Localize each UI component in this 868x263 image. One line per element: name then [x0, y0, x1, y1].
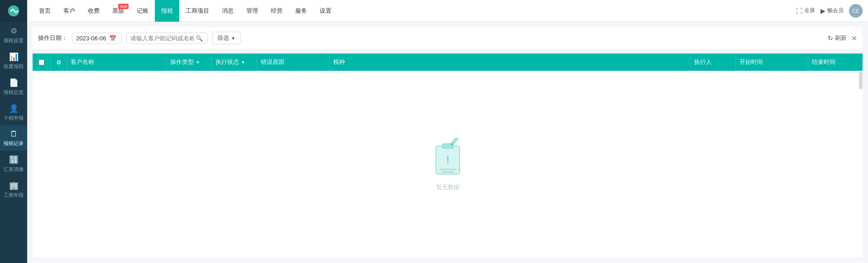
- personal-tax-icon: 👤: [9, 104, 19, 113]
- sidebar-item-baoshuishezhi[interactable]: ⚙ 报税设置: [0, 22, 27, 48]
- nav-items: 首页 客户 收费 票据 new 记账 报税 工商项目 消息: [33, 0, 796, 22]
- th-customer-name: 客户名称: [67, 54, 167, 71]
- nav-manage[interactable]: 管理: [240, 0, 264, 22]
- th-settings: ⚙: [51, 54, 67, 71]
- main-sidebar: ⚙ 报税设置 📊 批量报税 📄 报税总览 👤 个税申报 🗒 报税记录 🔢 汇算清…: [0, 0, 27, 263]
- top-navbar: 首页 客户 收费 票据 new 记账 报税 工商项目 消息: [27, 0, 868, 22]
- content-area: 操作日期： 2023-06-06 📅 🔍 筛选 ▼ ↻ 刷新: [27, 22, 868, 263]
- th-operation-type-label: 操作类型: [170, 58, 194, 66]
- table-header: ⚙ 客户名称 操作类型 ▼ 执行状态 ▼ 错误原因: [33, 54, 863, 71]
- sidebar-item-gongshangnianbao[interactable]: 🏢 工商年报: [0, 176, 27, 202]
- sidebar-item-baoshuijilu[interactable]: 🗒 报税记录: [0, 125, 27, 151]
- member-btn[interactable]: ▶ 畅会员: [820, 7, 844, 15]
- sidebar-item-geshuishenbao[interactable]: 👤 个税申报: [0, 99, 27, 125]
- user-avatar[interactable]: CE: [849, 4, 863, 18]
- topnav-right: ⛶ 全屏 ▶ 畅会员 CE: [796, 4, 863, 18]
- th-tax-type-label: 税种: [333, 58, 345, 66]
- nav-home[interactable]: 首页: [33, 0, 57, 22]
- fullscreen-btn[interactable]: ⛶ 全屏: [796, 7, 815, 15]
- nav-business[interactable]: 工商项目: [179, 0, 216, 22]
- nav-settings-label: 设置: [320, 7, 331, 15]
- sidebar-label-piliangbaoshui: 批量报税: [4, 63, 24, 70]
- nav-service[interactable]: 服务: [289, 0, 313, 22]
- sidebar-item-baoshuizonglan[interactable]: 📄 报税总览: [0, 73, 27, 99]
- avatar-initials: CE: [849, 4, 863, 18]
- empty-state: ! 暂无数据: [430, 138, 466, 191]
- main-wrapper: 首页 客户 收费 票据 new 记账 报税 工商项目 消息: [27, 0, 868, 263]
- empty-text: 暂无数据: [436, 183, 460, 191]
- svg-rect-7: [451, 138, 458, 145]
- invoice-badge: new: [118, 4, 129, 10]
- record-icon: 🗒: [10, 130, 18, 139]
- nav-bookkeeping-label: 记账: [137, 7, 149, 15]
- close-button[interactable]: ✕: [851, 34, 857, 43]
- nav-customer-label: 客户: [63, 7, 75, 15]
- chevron-down-icon: ▼: [231, 36, 235, 41]
- th-customer-name-label: 客户名称: [71, 58, 94, 66]
- refresh-icon: ↻: [828, 34, 833, 42]
- overview-icon: 📄: [9, 78, 19, 88]
- fullscreen-icon: ⛶: [796, 7, 802, 15]
- refresh-button[interactable]: ↻ 刷新: [828, 34, 847, 42]
- nav-message-label: 消息: [222, 7, 234, 15]
- nav-customer[interactable]: 客户: [57, 0, 82, 22]
- empty-illustration: !: [430, 138, 466, 179]
- sidebar-label-baoshuishezhi: 报税设置: [4, 37, 24, 44]
- toolbar: 操作日期： 2023-06-06 📅 🔍 筛选 ▼ ↻ 刷新: [33, 27, 863, 49]
- calendar-icon: 📅: [109, 35, 116, 42]
- th-end-time-label: 结束时间: [812, 58, 835, 66]
- member-icon: ▶: [820, 7, 825, 15]
- filter-label: 筛选: [217, 34, 229, 42]
- search-box[interactable]: 🔍: [126, 33, 208, 44]
- annual-report-icon: 🏢: [9, 181, 19, 190]
- date-value: 2023-06-06: [76, 35, 106, 42]
- nav-operation-label: 经营: [271, 7, 283, 15]
- operation-type-filter-icon[interactable]: ▼: [196, 60, 200, 65]
- member-label: 畅会员: [827, 7, 844, 15]
- nav-tax-label: 报税: [161, 7, 173, 15]
- th-checkbox: [33, 54, 51, 71]
- fullscreen-label: 全屏: [804, 7, 815, 15]
- select-all-checkbox[interactable]: [38, 59, 44, 65]
- sidebar-item-huisuanqingjiao[interactable]: 🔢 汇算清缴: [0, 151, 27, 176]
- nav-business-label: 工商项目: [186, 7, 209, 15]
- nav-fee[interactable]: 收费: [82, 0, 106, 22]
- th-execution-status: 执行状态 ▼: [212, 54, 257, 71]
- date-picker[interactable]: 2023-06-06 📅: [72, 33, 122, 44]
- nav-service-label: 服务: [295, 7, 307, 15]
- table-body: ! 暂无数据: [33, 71, 863, 258]
- svg-point-1: [10, 10, 12, 12]
- batch-icon: 📊: [9, 52, 19, 62]
- search-input[interactable]: [130, 35, 194, 42]
- th-execution-status-label: 执行状态: [216, 58, 239, 66]
- th-operation-type: 操作类型 ▼: [167, 54, 212, 71]
- nav-fee-label: 收费: [88, 7, 100, 15]
- annual-settle-icon: 🔢: [9, 155, 19, 165]
- nav-home-label: 首页: [39, 7, 51, 15]
- execution-status-filter-icon[interactable]: ▼: [241, 60, 245, 65]
- sidebar-item-piliangbaoshui[interactable]: 📊 批量报税: [0, 48, 27, 73]
- nav-manage-label: 管理: [246, 7, 258, 15]
- th-executor: 执行人: [691, 54, 736, 71]
- nav-tax[interactable]: 报税: [155, 0, 179, 22]
- table-container: ⚙ 客户名称 操作类型 ▼ 执行状态 ▼ 错误原因: [33, 54, 863, 258]
- svg-rect-5: [440, 169, 456, 170]
- th-end-time: 结束时间: [808, 54, 863, 71]
- nav-bookkeeping[interactable]: 记账: [130, 0, 155, 22]
- nav-settings[interactable]: 设置: [313, 0, 338, 22]
- nav-message[interactable]: 消息: [216, 0, 240, 22]
- app-logo: [0, 0, 27, 22]
- scrollbar[interactable]: [859, 71, 863, 89]
- date-label: 操作日期：: [38, 34, 67, 42]
- column-settings-icon[interactable]: ⚙: [56, 59, 62, 66]
- th-error-reason: 错误原因: [257, 54, 330, 71]
- sidebar-label-geshuishenbao: 个税申报: [4, 115, 24, 122]
- svg-text:!: !: [446, 154, 449, 166]
- nav-operation[interactable]: 经营: [264, 0, 289, 22]
- sidebar-label-baoshuizonglan: 报税总览: [4, 89, 24, 96]
- nav-invoice[interactable]: 票据 new: [106, 0, 130, 22]
- th-start-time-label: 开始时间: [739, 58, 763, 66]
- filter-button[interactable]: 筛选 ▼: [212, 32, 240, 44]
- svg-rect-6: [441, 171, 454, 173]
- sidebar-label-gongshangnianbao: 工商年报: [4, 192, 24, 199]
